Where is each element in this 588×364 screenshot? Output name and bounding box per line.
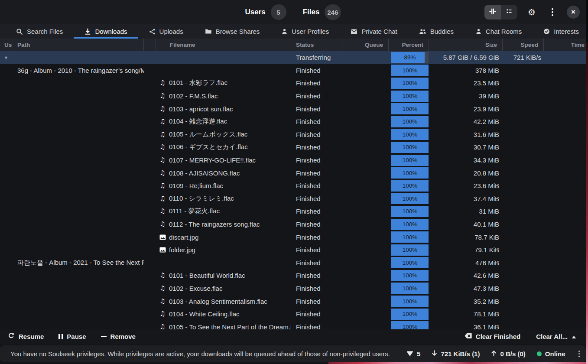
- row-size: 40.1 MiB: [429, 218, 503, 231]
- row-expander-cell[interactable]: [0, 128, 12, 141]
- row-path: [12, 295, 144, 308]
- preferences-button[interactable]: ⚙: [525, 6, 538, 19]
- music-note-icon: ♫: [156, 308, 169, 321]
- row-expander-cell[interactable]: [0, 90, 12, 103]
- row-expander-cell[interactable]: [0, 179, 12, 192]
- tab-downloads[interactable]: Downloads: [74, 24, 138, 39]
- row-gutter: [144, 166, 156, 179]
- column-header-queue[interactable]: Queue: [342, 39, 389, 51]
- table-row[interactable]: ♫ 0110 - シラミレミ.flac Finished 100% 37.4 M…: [0, 192, 586, 205]
- row-expander-cell[interactable]: [0, 141, 12, 154]
- users-count-badge: 5: [271, 4, 286, 20]
- row-expander-cell[interactable]: [0, 282, 12, 295]
- pause-button[interactable]: Pause: [58, 333, 86, 340]
- row-expander-cell[interactable]: ▼: [0, 51, 12, 64]
- table-row[interactable]: 파란노을 - Album - 2021 - To See the Next P …: [0, 257, 586, 270]
- column-header-percent[interactable]: Percent: [389, 39, 429, 51]
- remove-button[interactable]: Remove: [101, 333, 136, 340]
- row-expander-cell[interactable]: [0, 102, 12, 115]
- column-header-time-left[interactable]: Time left: [544, 39, 586, 51]
- row-expander-cell[interactable]: [0, 320, 12, 329]
- table-row[interactable]: discart.jpg Finished 100% 78.7 KiB: [0, 231, 586, 244]
- row-path: [12, 51, 144, 64]
- row-expander-cell[interactable]: [0, 77, 12, 90]
- table-row[interactable]: folder.jpg Finished 100% 79.1 KiB: [0, 244, 586, 257]
- resume-button[interactable]: Resume: [8, 332, 44, 341]
- statusbar: You have no Soulseek privileges. While p…: [0, 345, 586, 362]
- progress-label: 100%: [391, 78, 429, 89]
- row-status: Finished: [291, 77, 342, 90]
- table-row[interactable]: ♫ 0107 - MERRY-GO-LIFE!!.flac Finished 1…: [0, 154, 586, 167]
- upload-speed-status[interactable]: 0 B/s (0): [491, 350, 525, 358]
- row-expander-cell[interactable]: [0, 244, 12, 257]
- table-row[interactable]: ♫ 0102 - Excuse.flac Finished 100% 47.3 …: [0, 282, 586, 295]
- menu-button[interactable]: [546, 6, 559, 19]
- row-speed: [503, 77, 544, 90]
- row-expander-cell[interactable]: [0, 257, 12, 270]
- table-row[interactable]: ♫ 0104 - 雑念浮遊.flac Finished 100% 42.2 Mi…: [0, 115, 586, 128]
- row-expander-cell[interactable]: [0, 308, 12, 321]
- connections-status[interactable]: 5: [406, 350, 420, 358]
- tab-uploads[interactable]: Uploads: [138, 24, 194, 39]
- row-status: Finished: [291, 102, 342, 115]
- statusbar-menu-button[interactable]: [577, 351, 580, 358]
- tab-search-files[interactable]: Search Files: [5, 24, 74, 39]
- close-button[interactable]: ×: [567, 6, 580, 19]
- row-size: 30.7 MiB: [429, 141, 503, 154]
- download-speed-status[interactable]: 721 KiB/s (1): [432, 350, 480, 358]
- downloads-toolbar: Resume Pause Remove Clear Finished: [0, 329, 586, 344]
- row-expander-cell[interactable]: [0, 115, 12, 128]
- row-filename: 0109 - Re;lium.flac: [169, 179, 291, 192]
- table-row[interactable]: ♫ 0112 - The raingazers song.flac Finish…: [0, 218, 586, 231]
- row-speed: [503, 269, 544, 282]
- column-header-status[interactable]: Status: [291, 39, 342, 51]
- column-header-user[interactable]: User: [0, 39, 12, 51]
- table-row[interactable]: ♫ 0105 - To See the Next Part of the Dre…: [0, 320, 586, 329]
- row-time-left: [544, 205, 586, 218]
- pane-view-button[interactable]: [484, 5, 501, 20]
- row-expander-cell[interactable]: [0, 269, 12, 282]
- table-row[interactable]: 36g - Album - 2010 - The raingazer’s son…: [0, 64, 586, 77]
- table-row[interactable]: ♫ 0101 - 水彩ラフ.flac Finished 100% 23.5 Mi…: [0, 77, 586, 90]
- table-row[interactable]: ♫ 0103 - apricot sun.flac Finished 100% …: [0, 102, 586, 115]
- column-header-speed[interactable]: Speed: [503, 39, 544, 51]
- row-filename: 0101 - 水彩ラフ.flac: [169, 77, 291, 90]
- clear-all-button[interactable]: Clear All...: [536, 333, 576, 340]
- column-header-filename[interactable]: Filename: [169, 39, 291, 51]
- table-row[interactable]: ♫ 0102 - F.M.S.flac Finished 100% 39 MiB: [0, 90, 586, 103]
- table-row[interactable]: ♫ 0104 - White Ceiling.flac Finished 100…: [0, 308, 586, 321]
- column-header-size[interactable]: Size: [429, 39, 503, 51]
- music-note-icon: ♫: [156, 179, 169, 192]
- table-row[interactable]: ♫ 0103 - Analog Sentimentalism.flac Fini…: [0, 295, 586, 308]
- row-expander-cell[interactable]: [0, 205, 12, 218]
- online-status[interactable]: Online: [537, 350, 565, 358]
- row-expander-cell[interactable]: [0, 231, 12, 244]
- tab-chat-rooms[interactable]: Chat Rooms: [465, 24, 533, 39]
- progress-bar: 89%: [391, 52, 429, 63]
- row-expander-cell[interactable]: [0, 218, 12, 231]
- table-row[interactable]: ♫ 0111 - 夢花火.flac Finished 100% 31 MiB: [0, 205, 586, 218]
- row-expander-cell[interactable]: [0, 192, 12, 205]
- table-row[interactable]: ♫ 0101 - Beautiful World.flac Finished 1…: [0, 269, 586, 282]
- main-tabbar: Search FilesDownloadsUploadsBrowse Share…: [0, 24, 586, 39]
- table-row[interactable]: ▼ Transferring 89% 5.87 GiB / 6.59 GiB 7…: [0, 51, 586, 64]
- table-row[interactable]: ♫ 0105 - ルームボックス.flac Finished 100% 31.6…: [0, 128, 586, 141]
- tab-private-chat[interactable]: Private Chat: [340, 24, 408, 39]
- row-expander-cell[interactable]: [0, 166, 12, 179]
- row-gutter: [144, 179, 156, 192]
- list-view-button[interactable]: [501, 5, 517, 20]
- tab-browse-shares[interactable]: Browse Shares: [194, 24, 271, 39]
- clear-finished-button[interactable]: Clear Finished: [465, 333, 520, 340]
- row-expander-cell[interactable]: [0, 154, 12, 167]
- row-size: 36.1 MiB: [429, 320, 503, 329]
- tab-buddies[interactable]: Buddies: [408, 24, 465, 39]
- row-expander-cell[interactable]: [0, 295, 12, 308]
- table-row[interactable]: ♫ 0109 - Re;lium.flac Finished 100% 23.6…: [0, 179, 586, 192]
- tab-interests[interactable]: Interests: [533, 24, 586, 39]
- table-row[interactable]: ♫ 0106 - ギプスとセカイ.flac Finished 100% 30.7…: [0, 141, 586, 154]
- row-expander-cell[interactable]: [0, 64, 12, 77]
- tab-user-profiles[interactable]: User Profiles: [270, 24, 340, 39]
- progress-bar: 100%: [391, 129, 429, 140]
- table-row[interactable]: ♫ 0108 - AJISAISONG.flac Finished 100% 2…: [0, 166, 586, 179]
- column-header-path[interactable]: Path: [12, 39, 144, 51]
